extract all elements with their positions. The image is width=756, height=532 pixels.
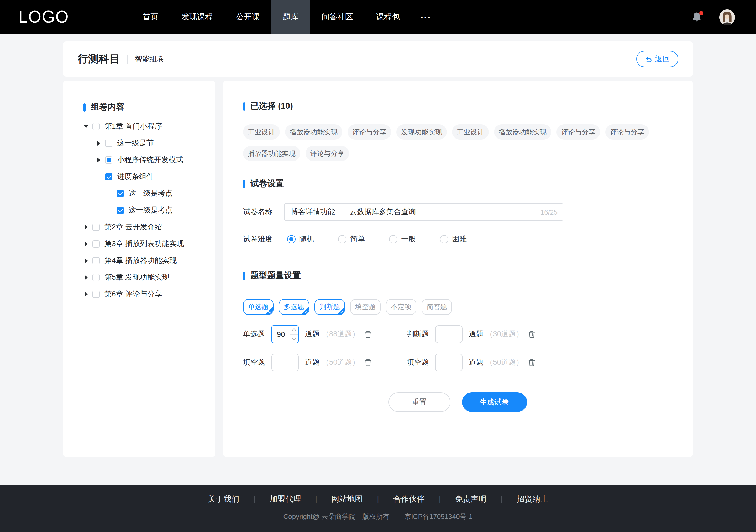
- tree-row[interactable]: 第1章 首门小程序: [84, 118, 207, 135]
- question-type-button[interactable]: 单选题: [243, 299, 274, 315]
- nav-item[interactable]: 课程包: [364, 0, 411, 34]
- radio-label: 一般: [401, 235, 416, 244]
- notification-bell-icon[interactable]: [691, 11, 704, 23]
- footer-link[interactable]: 网站地图: [331, 494, 393, 504]
- difficulty-radio[interactable]: 一般: [389, 235, 416, 244]
- paper-settings-title-text: 试卷设置: [251, 178, 284, 190]
- quantity-hint: （50道题）: [322, 358, 359, 367]
- reset-button[interactable]: 重置: [388, 393, 450, 412]
- selected-tag[interactable]: 工业设计: [452, 124, 489, 139]
- quantity-row-label: 填空题: [407, 358, 429, 367]
- tree-row[interactable]: 第5章 发现功能实现: [84, 269, 207, 286]
- tree-row[interactable]: 这一级是考点: [84, 202, 207, 219]
- radio-label: 简单: [350, 235, 365, 244]
- tree-checkbox[interactable]: [93, 223, 100, 231]
- tree-checkbox[interactable]: [117, 207, 124, 214]
- selected-tag[interactable]: 播放器功能实现: [285, 124, 342, 139]
- tree-checkbox[interactable]: [105, 156, 112, 164]
- question-type-button[interactable]: 填空题: [350, 299, 381, 315]
- delete-button[interactable]: [527, 358, 536, 367]
- page: LOGO 首页发现课程公开课题库问答社区课程包 ••• 行: [0, 0, 756, 532]
- tree-checkbox[interactable]: [93, 291, 100, 298]
- tree-checkbox[interactable]: [105, 139, 112, 147]
- question-settings-title-text: 题型题量设置: [251, 270, 301, 281]
- selected-tag[interactable]: 工业设计: [243, 124, 280, 139]
- footer-link[interactable]: 招贤纳士: [517, 494, 548, 504]
- quantity-hint: （50道题）: [486, 358, 523, 367]
- tree-expand-arrow-icon[interactable]: [96, 140, 101, 146]
- decrease-button[interactable]: [290, 335, 298, 342]
- tree-expand-arrow-icon[interactable]: [84, 274, 89, 281]
- nav-item[interactable]: 问答社区: [310, 0, 364, 34]
- main-panel: 已选择 (10) 工业设计播放器功能实现评论与分享发现功能实现工业设计播放器功能…: [223, 81, 693, 457]
- quantity-input[interactable]: [436, 354, 462, 371]
- tree-row[interactable]: 第4章 播放器功能实现: [84, 252, 207, 269]
- selected-tag[interactable]: 评论与分享: [306, 146, 349, 161]
- quantity-input[interactable]: [272, 354, 298, 371]
- selected-tag[interactable]: 播放器功能实现: [494, 124, 551, 139]
- tree-expand-arrow-icon[interactable]: [84, 291, 89, 297]
- tree-row-label: 第1章 首门小程序: [104, 122, 162, 131]
- footer-link[interactable]: 合作伙伴: [393, 494, 455, 504]
- difficulty-radio[interactable]: 随机: [287, 235, 314, 244]
- selected-tag[interactable]: 播放器功能实现: [243, 146, 300, 161]
- quantity-hint: （88道题）: [322, 329, 359, 339]
- page-title: 行测科目: [78, 52, 120, 66]
- tree-row[interactable]: 第6章 评论与分享: [84, 286, 207, 303]
- selected-tag[interactable]: 发现功能实现: [396, 124, 447, 139]
- question-type-button[interactable]: 多选题: [279, 299, 309, 315]
- tree-checkbox[interactable]: [93, 257, 100, 265]
- tree-row[interactable]: 这一级是考点: [84, 185, 207, 202]
- tree-row-label: 第3章 播放列表功能实现: [104, 239, 184, 249]
- delete-button[interactable]: [364, 330, 372, 339]
- selected-tag[interactable]: 评论与分享: [348, 124, 391, 139]
- nav-item[interactable]: 公开课: [225, 0, 271, 34]
- tree-expand-arrow-icon[interactable]: [84, 258, 89, 264]
- tree-checkbox[interactable]: [93, 123, 100, 130]
- delete-button[interactable]: [364, 358, 372, 367]
- nav-item[interactable]: 首页: [131, 0, 170, 34]
- tree-row[interactable]: 进度条组件: [84, 168, 207, 185]
- footer-link[interactable]: 免责声明: [455, 494, 517, 504]
- selected-tag[interactable]: 评论与分享: [556, 124, 600, 139]
- tree-expand-arrow-icon[interactable]: [84, 241, 89, 247]
- chapter-tree: 第1章 首门小程序 这一级是节 小程序传统开发模式 进度条组件 这一级是考点 这…: [84, 118, 207, 303]
- radio-label: 困难: [452, 235, 467, 244]
- tree-row[interactable]: 这一级是节: [84, 135, 207, 152]
- question-type-button[interactable]: 简答题: [421, 299, 452, 315]
- quantity-row-label: 填空题: [243, 358, 265, 367]
- difficulty-radio[interactable]: 困难: [440, 235, 467, 244]
- quantity-input[interactable]: [272, 326, 290, 342]
- footer-link[interactable]: 关于我们: [208, 494, 270, 504]
- tree-checkbox[interactable]: [105, 173, 112, 181]
- question-type-button[interactable]: 判断题: [314, 299, 345, 315]
- copyright-line: Copyright@ 云朵商学院 版权所有京ICP备17051340号-1: [0, 512, 756, 521]
- tree-checkbox[interactable]: [117, 190, 124, 197]
- tree-expand-arrow-icon[interactable]: [96, 157, 101, 163]
- tree-expand-arrow-icon[interactable]: [84, 224, 89, 230]
- nav-more-button[interactable]: •••: [411, 14, 441, 20]
- section-title-bar: [84, 103, 86, 112]
- generate-paper-button[interactable]: 生成试卷: [462, 393, 527, 412]
- user-avatar[interactable]: [719, 9, 735, 25]
- delete-button[interactable]: [527, 330, 536, 339]
- selected-tag[interactable]: 评论与分享: [605, 124, 649, 139]
- question-type-button[interactable]: 不定项: [386, 299, 416, 315]
- difficulty-radio[interactable]: 简单: [338, 235, 365, 244]
- page-subtitle: 智能组卷: [135, 54, 164, 64]
- footer-link[interactable]: 加盟代理: [270, 494, 331, 504]
- nav-item[interactable]: 题库: [271, 0, 310, 34]
- quantity-input[interactable]: [436, 326, 462, 342]
- tree-row[interactable]: 第3章 播放列表功能实现: [84, 236, 207, 252]
- back-button-label: 返回: [655, 54, 670, 64]
- tree-expand-arrow-icon[interactable]: [84, 123, 89, 130]
- paper-name-input[interactable]: [284, 208, 563, 216]
- tree-checkbox[interactable]: [93, 240, 100, 248]
- increase-button[interactable]: [290, 326, 298, 335]
- tree-row[interactable]: 第2章 云开发介绍: [84, 219, 207, 236]
- nav-item[interactable]: 发现课程: [170, 0, 225, 34]
- back-button[interactable]: 返回: [636, 51, 678, 67]
- tree-row[interactable]: 小程序传统开发模式: [84, 152, 207, 168]
- footer: 关于我们加盟代理网站地图合作伙伴免责声明招贤纳士 Copyright@ 云朵商学…: [0, 485, 756, 532]
- tree-checkbox[interactable]: [93, 274, 100, 281]
